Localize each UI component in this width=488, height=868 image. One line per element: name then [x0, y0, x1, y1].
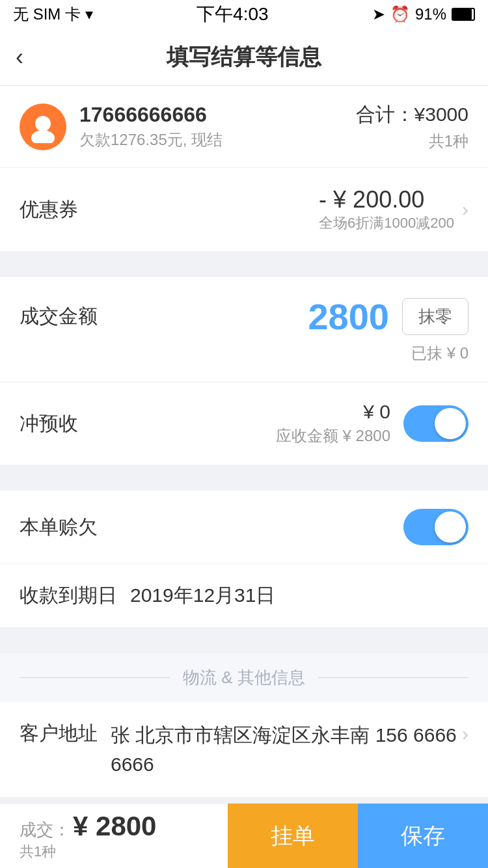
advance-value: ¥ 0: [276, 401, 390, 423]
advance-amount: ¥ 0 应收金额 ¥ 2800: [276, 401, 390, 446]
toggle-knob: [435, 408, 466, 439]
amount-row-container: 成交金额 2800 抹零 已抹 ¥ 0: [0, 277, 488, 382]
page-title: 填写结算等信息: [167, 42, 321, 72]
logistics-label: 物流 & 其他信息: [183, 666, 305, 689]
divider-2: [0, 478, 488, 491]
hold-button-label: 挂单: [271, 821, 315, 851]
divider-1: [0, 264, 488, 277]
duedate-value: 2019年12月31日: [130, 582, 275, 609]
status-left: 无 SIM 卡 ▾: [13, 4, 93, 25]
svg-point-0: [35, 116, 51, 131]
sim-label: 无 SIM 卡 ▾: [13, 4, 93, 25]
debt-section: 本单赊欠 收款到期日 2019年12月31日: [0, 491, 488, 627]
address-chevron-icon: ›: [462, 723, 468, 745]
location-icon: ➤: [372, 5, 385, 23]
advance-toggle[interactable]: [403, 405, 468, 442]
coupon-row[interactable]: 优惠券 - ¥ 200.00 全场6折满1000减200 ›: [0, 167, 488, 251]
sep-line-left: [20, 677, 170, 678]
debt-toggle[interactable]: [403, 509, 468, 545]
status-bar: 无 SIM 卡 ▾ 下午4:03 ➤ ⏰ 91%: [0, 0, 488, 29]
hold-button[interactable]: 挂单: [228, 804, 358, 869]
amount-value: 2800: [308, 295, 389, 338]
svg-point-1: [31, 130, 55, 143]
battery-icon: [452, 8, 475, 21]
address-value: 张 北京市市辖区海淀区永丰南 156 6666 6666: [111, 720, 462, 779]
bottom-deal-label: 成交：: [20, 819, 70, 841]
duedate-label: 收款到期日: [20, 582, 117, 609]
amount-right: 2800 抹零: [308, 295, 468, 338]
save-button-label: 保存: [401, 821, 445, 851]
amount-row: 成交金额 2800 抹零: [20, 295, 468, 338]
total-sub: 共1种: [356, 131, 468, 152]
address-row[interactable]: 客户地址 张 北京市市辖区海淀区永丰南 156 6666 6666 ›: [0, 702, 488, 797]
customer-phone: 17666666666: [79, 103, 223, 127]
sep-line-right: [318, 677, 468, 678]
bottom-amount: ¥ 2800: [73, 811, 156, 842]
amount-label: 成交金额: [20, 303, 98, 330]
customer-row: 17666666666 欠款1276.35元, 现结 合计：¥3000 共1种: [0, 86, 488, 167]
coupon-right: - ¥ 200.00 全场6折满1000减200 ›: [319, 186, 468, 233]
nav-bar: ‹ 填写结算等信息: [0, 29, 488, 86]
back-button[interactable]: ‹: [16, 44, 23, 71]
advance-label: 冲预收: [20, 411, 78, 437]
customer-right: 合计：¥3000 共1种: [356, 102, 468, 152]
amount-section: 成交金额 2800 抹零 已抹 ¥ 0 冲预收 ¥ 0 应收金额 ¥ 2800: [0, 277, 488, 465]
duedate-section: 收款到期日 2019年12月31日: [0, 563, 488, 627]
save-button[interactable]: 保存: [358, 804, 488, 869]
customer-left: 17666666666 欠款1276.35元, 现结: [20, 103, 223, 150]
customer-section: 17666666666 欠款1276.35元, 现结 合计：¥3000 共1种 …: [0, 86, 488, 251]
duedate-row: 收款到期日 2019年12月31日: [20, 582, 468, 609]
advance-section: 冲预收 ¥ 0 应收金额 ¥ 2800: [0, 382, 488, 465]
bottom-bar: 成交： ¥ 2800 共1种 挂单 保存: [0, 803, 488, 868]
status-right: ➤ ⏰ 91%: [372, 5, 475, 23]
avatar: [20, 103, 66, 150]
bottom-summary: 成交： ¥ 2800 共1种: [0, 811, 228, 861]
amount-sub: 已抹 ¥ 0: [20, 343, 468, 364]
total-amount: 合计：¥3000: [356, 102, 468, 128]
debt-toggle-knob: [435, 511, 466, 543]
divider-3: [0, 640, 488, 653]
coupon-sub: 全场6折满1000减200: [319, 213, 454, 233]
round-button[interactable]: 抹零: [402, 298, 468, 335]
address-label: 客户地址: [20, 720, 98, 747]
bottom-sub: 共1种: [20, 842, 208, 861]
debt-label: 本单赊欠: [20, 514, 98, 541]
advance-row: 冲预收 ¥ 0 应收金额 ¥ 2800: [20, 401, 468, 446]
avatar-icon: [27, 111, 59, 143]
advance-sub: 应收金额 ¥ 2800: [276, 426, 390, 446]
customer-sub: 欠款1276.35元, 现结: [79, 129, 223, 150]
logistics-separator: 物流 & 其他信息: [0, 653, 488, 702]
status-time: 下午4:03: [197, 2, 269, 27]
chevron-right-icon: ›: [462, 198, 468, 221]
address-section: 客户地址 张 北京市市辖区海淀区永丰南 156 6666 6666 ›: [0, 702, 488, 797]
debt-row: 本单赊欠: [0, 491, 488, 563]
advance-right: ¥ 0 应收金额 ¥ 2800: [276, 401, 468, 446]
coupon-info: - ¥ 200.00 全场6折满1000减200: [319, 186, 454, 233]
coupon-discount: - ¥ 200.00: [319, 186, 454, 213]
alarm-icon: ⏰: [390, 5, 410, 23]
battery-label: 91%: [415, 5, 446, 23]
coupon-label: 优惠券: [20, 197, 78, 223]
customer-info: 17666666666 欠款1276.35元, 现结: [79, 103, 223, 150]
